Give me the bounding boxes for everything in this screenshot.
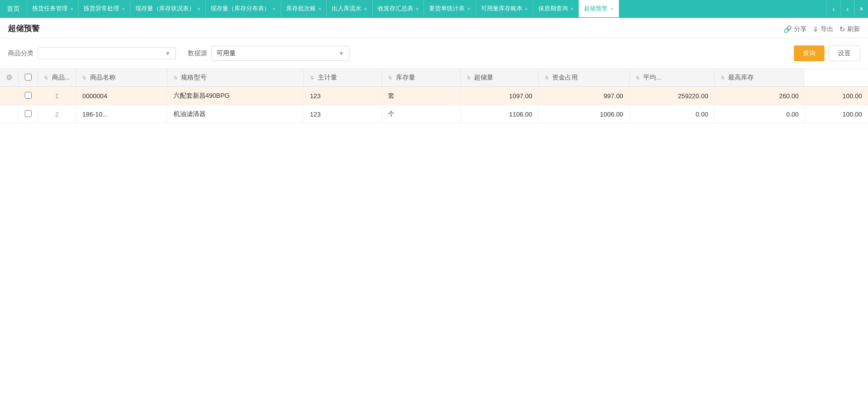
stock-header[interactable]: 库存量 xyxy=(382,69,460,87)
category-chevron-icon: ▼ xyxy=(165,50,171,56)
nav-tab-inventory-dist[interactable]: 现存量（库存分布表） × xyxy=(206,0,281,18)
row-checkbox-cell-1 xyxy=(19,105,38,123)
top-navigation: 首页 拣货任务管理 × 拣货异常处理 × 现存量（库存状况表） × 现存量（库存… xyxy=(0,0,868,18)
max-stock-header[interactable]: 最高库存 xyxy=(714,69,805,87)
capital-header[interactable]: 资金占用 xyxy=(538,69,629,87)
category-select[interactable]: ▼ xyxy=(38,47,176,59)
row-gear-0 xyxy=(0,87,19,105)
close-inout-flow-tab[interactable]: × xyxy=(364,6,367,12)
share-icon: 🔗 xyxy=(783,25,792,33)
select-all-header xyxy=(19,69,38,87)
home-tab[interactable]: 首页 xyxy=(0,0,27,18)
row-capital-0: 259220.00 xyxy=(629,87,714,105)
close-pick-exception-tab[interactable]: × xyxy=(122,6,125,12)
product-code-header[interactable]: 商品... xyxy=(38,69,76,87)
nav-tab-receive-summary[interactable]: 收发存汇总表 × xyxy=(373,0,424,18)
category-label: 商品分类 xyxy=(8,49,34,58)
row-stock-1: 1106.00 xyxy=(460,105,538,123)
filter-action-buttons: 查询 设置 xyxy=(794,45,860,61)
select-all-checkbox[interactable] xyxy=(25,74,32,80)
datasource-filter: 数据源 可用量 ▼ xyxy=(188,46,349,61)
data-table-container: ⚙ 商品... 商品名称 规格型号 主计量 xyxy=(0,69,868,123)
nav-tab-available-account[interactable]: 可用量库存账本 × xyxy=(476,0,533,18)
row-unit-0: 套 xyxy=(382,87,460,105)
export-icon: ⇓ xyxy=(813,25,819,33)
row-spec-1: 123 xyxy=(304,105,382,123)
row-capital-1: 0.00 xyxy=(629,105,714,123)
table-header-row: ⚙ 商品... 商品名称 规格型号 主计量 xyxy=(0,69,868,87)
datasource-select[interactable]: 可用量 ▼ xyxy=(211,46,349,61)
close-inventory-dist-tab[interactable]: × xyxy=(272,6,275,12)
nav-tab-quality-query[interactable]: 保质期查询 × xyxy=(533,0,579,18)
close-quality-query-tab[interactable]: × xyxy=(570,6,573,12)
overstock-header[interactable]: 超储量 xyxy=(460,69,538,87)
nav-tab-pick-task[interactable]: 拣货任务管理 × xyxy=(27,0,79,18)
filter-area: 商品分类 ▼ 数据源 可用量 ▼ 查询 设置 xyxy=(0,39,868,69)
row-gear-1 xyxy=(0,105,19,123)
row-spec-0: 123 xyxy=(304,87,382,105)
nav-tab-pick-exception[interactable]: 拣货异常处理 × xyxy=(79,0,130,18)
row-product-name-1: 机油滤清器 xyxy=(167,105,304,123)
spec-header[interactable]: 规格型号 xyxy=(167,69,304,87)
nav-prev-button[interactable]: ‹ xyxy=(826,0,840,18)
query-button[interactable]: 查询 xyxy=(794,45,825,61)
page-content: 超储预警 🔗 分享 ⇓ 导出 ↻ 刷新 商品分类 ▼ 数据源 xyxy=(0,18,868,395)
datasource-chevron-icon: ▼ xyxy=(339,50,344,56)
nav-tab-inventory-status[interactable]: 现存量（库存状况表） × xyxy=(130,0,206,18)
settings-button[interactable]: 设置 xyxy=(828,45,860,61)
row-overstock-1: 1006.00 xyxy=(538,105,629,123)
row-product-name-0: 六配套新昌490BPG xyxy=(167,87,304,105)
nav-next-button[interactable]: › xyxy=(840,0,854,18)
row-product-code-0: 0000004 xyxy=(76,87,167,105)
row-checkbox-cell-0 xyxy=(19,87,38,105)
close-pick-task-tab[interactable]: × xyxy=(70,6,73,12)
row-checkbox-1[interactable] xyxy=(25,110,32,117)
product-name-header[interactable]: 商品名称 xyxy=(76,69,167,87)
nav-close-all-button[interactable]: × xyxy=(854,0,868,18)
row-number-1: 2 xyxy=(38,105,76,123)
nav-tab-order-stats[interactable]: 要货单统计表 × xyxy=(424,0,476,18)
table-row: 1 0000004 六配套新昌490BPG 123 套 1097.00 997.… xyxy=(0,87,868,105)
refresh-button[interactable]: ↻ 刷新 xyxy=(839,25,860,34)
close-inventory-status-tab[interactable]: × xyxy=(197,6,200,12)
overstock-table: ⚙ 商品... 商品名称 规格型号 主计量 xyxy=(0,69,868,123)
table-row: 2 186-10... 机油滤清器 123 个 1106.00 1006.00 … xyxy=(0,105,868,123)
nav-arrows: ‹ › × xyxy=(826,0,868,18)
page-header: 超储预警 🔗 分享 ⇓ 导出 ↻ 刷新 xyxy=(0,18,868,39)
row-overstock-0: 997.00 xyxy=(538,87,629,105)
close-batch-account-tab[interactable]: × xyxy=(318,6,321,12)
nav-tab-overstock-warning[interactable]: 超储预警 × xyxy=(579,0,618,18)
row-number-0: 1 xyxy=(38,87,76,105)
row-avg-0: 260.00 xyxy=(714,87,805,105)
settings-gear-header[interactable]: ⚙ xyxy=(0,69,19,87)
refresh-icon: ↻ xyxy=(839,25,845,33)
page-title: 超储预警 xyxy=(8,24,40,34)
avg-header[interactable]: 平均... xyxy=(629,69,714,87)
row-stock-0: 1097.00 xyxy=(460,87,538,105)
export-button[interactable]: ⇓ 导出 xyxy=(813,25,833,34)
close-available-account-tab[interactable]: × xyxy=(525,6,528,12)
category-filter: 商品分类 ▼ xyxy=(8,47,176,59)
row-max-stock-1: 100.00 xyxy=(805,105,868,123)
header-actions: 🔗 分享 ⇓ 导出 ↻ 刷新 xyxy=(783,25,860,34)
nav-tab-inout-flow[interactable]: 出入库流水 × xyxy=(327,0,372,18)
share-button[interactable]: 🔗 分享 xyxy=(783,25,807,34)
datasource-select-value: 可用量 xyxy=(217,49,236,58)
close-overstock-warning-tab[interactable]: × xyxy=(610,6,613,12)
row-unit-1: 个 xyxy=(382,105,460,123)
unit-header[interactable]: 主计量 xyxy=(304,69,382,87)
row-checkbox-0[interactable] xyxy=(25,92,32,99)
row-max-stock-0: 100.00 xyxy=(805,87,868,105)
row-product-code-1: 186-10... xyxy=(76,105,167,123)
close-receive-summary-tab[interactable]: × xyxy=(416,6,419,12)
row-avg-1: 0.00 xyxy=(714,105,805,123)
nav-tab-batch-account[interactable]: 库存批次账 × xyxy=(281,0,327,18)
close-order-stats-tab[interactable]: × xyxy=(467,6,470,12)
datasource-label: 数据源 xyxy=(188,49,207,58)
